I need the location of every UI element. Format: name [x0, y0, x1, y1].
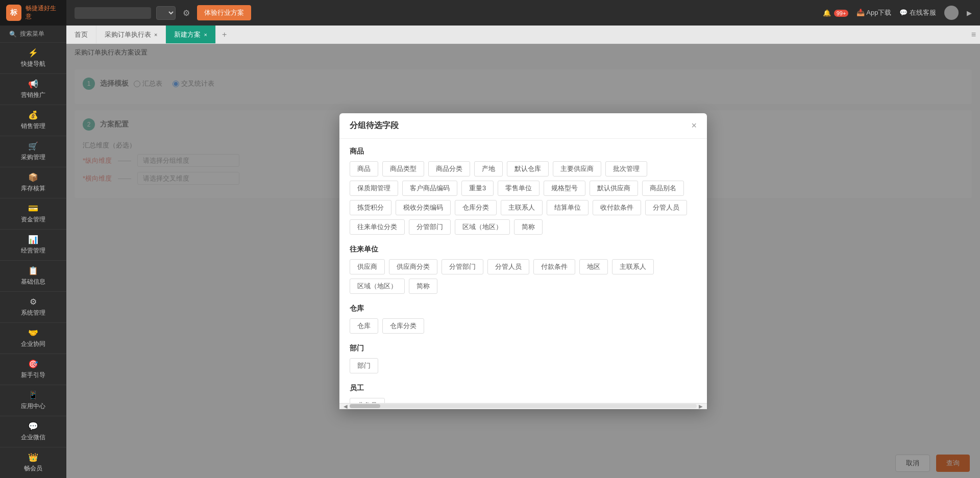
sidebar-item-business[interactable]: 📊 经营管理	[0, 230, 66, 261]
field-tag-retail-unit[interactable]: 零售单位	[498, 181, 540, 196]
field-tag-product-alias[interactable]: 商品别名	[642, 181, 684, 196]
field-tag-dept[interactable]: 部门	[350, 358, 378, 373]
field-tag-pay-terms2[interactable]: 付款条件	[533, 259, 575, 274]
field-tag-warehouse[interactable]: 仓库	[350, 318, 378, 334]
field-tag-warehouse-cat[interactable]: 仓库分类	[382, 318, 424, 334]
field-tag-responsible-dept[interactable]: 分管部门	[409, 219, 451, 235]
modal-horizontal-scrollbar[interactable]: ◀ ▶	[339, 403, 707, 409]
sidebar-item-member[interactable]: 👑 畅会员	[0, 447, 66, 478]
field-tag-origin[interactable]: 产地	[474, 161, 503, 177]
topbar-right: 🔔 99+ 📥 App下载 💬 在线客服 ▶	[823, 6, 972, 20]
sidebar-item-wechat[interactable]: 💬 企业微信	[0, 416, 66, 447]
field-tag-tax-code[interactable]: 税收分类编码	[396, 200, 451, 215]
field-tag-salesperson[interactable]: 业务员	[350, 398, 385, 403]
sidebar-item-purchase[interactable]: 🛒 采购管理	[0, 136, 66, 167]
modal-body[interactable]: 商品 商品 商品类型 商品分类 产地 默认仓库 主要供应商 批次管理 保质期管理	[339, 139, 707, 403]
tab-close-new-plan[interactable]: ×	[204, 32, 207, 38]
tab-close-purchase[interactable]: ×	[154, 32, 157, 38]
scroll-left-arrow[interactable]: ◀	[341, 404, 350, 409]
field-tag-partner-cat[interactable]: 往来单位分类	[350, 219, 405, 235]
finance-icon: 💳	[28, 204, 38, 213]
sidebar-item-label: 经营管理	[21, 246, 45, 255]
sidebar-item-appcenter[interactable]: 📱 应用中心	[0, 385, 66, 416]
user-avatar[interactable]	[944, 6, 959, 20]
topbar-search-input[interactable]	[75, 7, 151, 19]
expand-icon[interactable]: ▶	[967, 9, 972, 17]
field-tag-region[interactable]: 区域（地区）	[455, 219, 510, 235]
field-tag-spec-model[interactable]: 规格型号	[544, 181, 585, 196]
sidebar-item-label: 企业协同	[21, 340, 45, 348]
dept-fields: 部门	[350, 358, 697, 373]
product-fields: 商品 商品类型 商品分类 产地 默认仓库 主要供应商 批次管理 保质期管理 客户…	[350, 161, 697, 235]
gear-icon[interactable]: ⚙	[181, 6, 192, 20]
field-tag-product-cat[interactable]: 商品分类	[428, 161, 470, 177]
tab-bar: 首页 采购订单执行表 × 新建方案 × + ≡	[66, 26, 980, 44]
tab-home[interactable]: 首页	[66, 26, 96, 43]
field-tag-contact2[interactable]: 主联系人	[612, 259, 654, 274]
field-tag-pick-points[interactable]: 拣货积分	[350, 200, 391, 215]
modal-title: 分组待选字段	[350, 120, 399, 131]
field-tag-customer-code[interactable]: 客户商品编码	[402, 181, 457, 196]
emp-section-title: 员工	[350, 384, 697, 393]
field-tag-wh-cat[interactable]: 仓库分类	[455, 200, 497, 215]
field-tag-product[interactable]: 商品	[350, 161, 378, 177]
search-label: 搜索菜单	[20, 30, 44, 38]
field-tag-shelf-life[interactable]: 保质期管理	[350, 181, 398, 196]
cooperate-icon: 🤝	[28, 328, 38, 338]
field-tag-dept2[interactable]: 分管部门	[442, 259, 483, 274]
field-tag-abbr2[interactable]: 简称	[409, 279, 437, 294]
modal-header: 分组待选字段 ×	[339, 113, 707, 139]
field-tag-product-type[interactable]: 商品类型	[382, 161, 424, 177]
field-tag-region2[interactable]: 区域（地区）	[350, 279, 405, 294]
sidebar-item-marketing[interactable]: 📢 营销推广	[0, 74, 66, 105]
warehouse-fields: 仓库 仓库分类	[350, 318, 697, 334]
field-tag-payment-terms[interactable]: 收付款条件	[593, 200, 641, 215]
tab-purchase-exec[interactable]: 采购订单执行表 ×	[96, 26, 166, 43]
field-tag-responsible-person[interactable]: 分管人员	[645, 200, 687, 215]
top-bar: ⚙ 体验行业方案 🔔 99+ 📥 App下载 💬 在线客服 ▶	[66, 0, 980, 26]
sidebar-item-cooperate[interactable]: 🤝 企业协同	[0, 323, 66, 354]
sidebar-item-label: 应用中心	[21, 402, 45, 411]
sidebar-item-label: 新手引导	[21, 371, 45, 380]
tab-add-button[interactable]: +	[216, 30, 233, 39]
sidebar-item-quick-nav[interactable]: ⚡ 快捷导航	[0, 43, 66, 74]
sidebar-item-label: 采购管理	[21, 153, 45, 162]
field-tag-batch-mgmt[interactable]: 批次管理	[605, 161, 647, 177]
sidebar-item-basic[interactable]: 📋 基础信息	[0, 261, 66, 292]
modal-close-button[interactable]: ×	[691, 120, 697, 131]
topbar-dropdown[interactable]	[156, 6, 176, 20]
scroll-thumb	[350, 404, 380, 408]
wechat-icon: 💬	[28, 421, 38, 431]
sales-icon: 💰	[28, 110, 38, 120]
field-tag-weight3[interactable]: 重量3	[461, 181, 494, 196]
sidebar-item-label: 营销推广	[21, 91, 45, 99]
sidebar-item-label: 库存核算	[21, 184, 45, 193]
sidebar-item-inventory[interactable]: 📦 库存核算	[0, 167, 66, 198]
modal-overlay: 分组待选字段 × 商品 商品 商品类型 商品分类 产地 默认	[66, 44, 980, 478]
field-tag-default-warehouse[interactable]: 默认仓库	[507, 161, 549, 177]
sidebar-search[interactable]: 🔍 搜索菜单	[0, 26, 66, 43]
field-tag-supplier-cat[interactable]: 供应商分类	[389, 259, 437, 274]
sidebar-item-label: 企业微信	[21, 433, 45, 442]
online-service-link[interactable]: 💬 在线客服	[899, 8, 936, 17]
field-tag-person2[interactable]: 分管人员	[487, 259, 529, 274]
sidebar-item-newguide[interactable]: 🎯 新手引导	[0, 354, 66, 385]
sidebar-item-system[interactable]: ⚙ 系统管理	[0, 292, 66, 323]
field-tag-area[interactable]: 地区	[579, 259, 608, 274]
field-tag-default-supplier[interactable]: 默认供应商	[590, 181, 638, 196]
warehouse-section-title: 仓库	[350, 304, 697, 313]
field-tag-settlement-unit[interactable]: 结算单位	[547, 200, 589, 215]
field-tag-main-supplier[interactable]: 主要供应商	[553, 161, 601, 177]
field-tag-main-contact[interactable]: 主联系人	[501, 200, 543, 215]
experience-btn[interactable]: 体验行业方案	[197, 5, 251, 20]
tab-expand-icon[interactable]: ≡	[971, 30, 980, 39]
app-download-link[interactable]: 📥 App下载	[856, 8, 891, 17]
warehouse-section: 仓库 仓库 仓库分类	[350, 304, 697, 334]
field-tag-abbr[interactable]: 简称	[514, 219, 543, 235]
field-tag-supplier[interactable]: 供应商	[350, 259, 385, 274]
sidebar-item-finance[interactable]: 💳 资金管理	[0, 198, 66, 230]
notification-area[interactable]: 🔔 99+	[823, 9, 848, 17]
tab-new-plan[interactable]: 新建方案 ×	[166, 26, 215, 43]
sidebar-item-sales[interactable]: 💰 销售管理	[0, 105, 66, 136]
scroll-right-arrow[interactable]: ▶	[697, 404, 705, 409]
